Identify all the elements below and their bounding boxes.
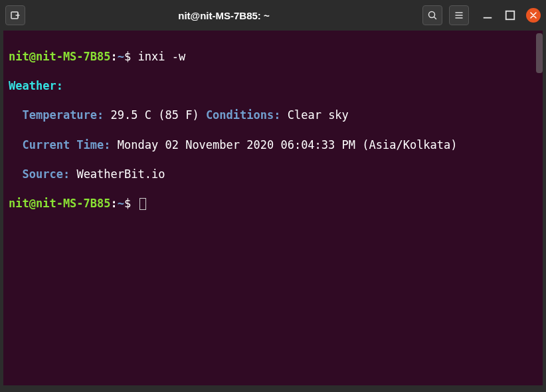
temperature-value: 29.5 C (85 F)	[111, 108, 199, 122]
new-tab-button[interactable]	[5, 5, 25, 25]
current-time-value: Monday 02 November 2020 06:04:33 PM (Asi…	[118, 138, 458, 151]
maximize-button[interactable]	[503, 9, 517, 22]
prompt-colon-2: :	[111, 197, 118, 210]
scrollbar-thumb[interactable]	[536, 33, 543, 73]
close-button[interactable]	[526, 8, 541, 23]
prompt-path-2: ~	[118, 197, 124, 210]
cursor	[139, 198, 146, 210]
prompt-colon: :	[111, 50, 118, 63]
prompt-symbol-2: $	[124, 197, 131, 210]
menu-button[interactable]	[449, 5, 469, 25]
command-text: inxi -w	[138, 50, 186, 63]
source-value: WeatherBit.io	[76, 167, 165, 181]
prompt-symbol: $	[124, 50, 131, 63]
conditions-label: Conditions:	[206, 108, 281, 122]
weather-heading: Weather:	[9, 79, 63, 92]
current-time-label: Current Time:	[22, 138, 110, 151]
minimize-button[interactable]	[481, 9, 494, 22]
prompt-user-2: nit@nit-MS-7B85	[9, 197, 111, 210]
source-label: Source:	[22, 167, 70, 181]
prompt-user: nit@nit-MS-7B85	[9, 50, 111, 63]
svg-rect-2	[506, 11, 515, 20]
titlebar: nit@nit-MS-7B85: ~	[0, 0, 546, 31]
terminal-output[interactable]: nit@nit-MS-7B85:~$ inxi -w Weather: Temp…	[3, 31, 543, 385]
prompt-path: ~	[118, 50, 124, 63]
conditions-value: Clear sky	[288, 108, 349, 122]
window-title: nit@nit-MS-7B85: ~	[29, 10, 418, 21]
search-button[interactable]	[422, 5, 442, 25]
temperature-label: Temperature:	[22, 108, 104, 122]
